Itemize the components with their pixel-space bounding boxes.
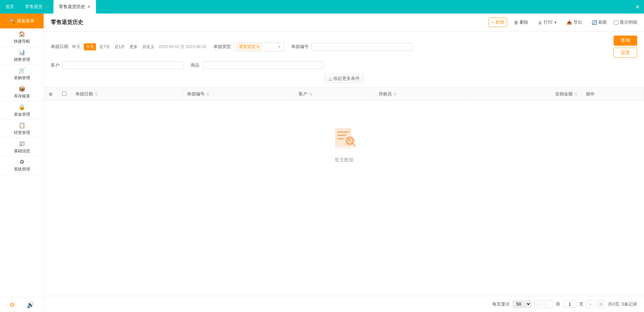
doc-type-select[interactable]: 零售退货 ✕ ▼ <box>234 42 284 51</box>
system-icon: ⚙ <box>20 159 24 165</box>
sidebar-bottom: ⚙ 🔊 <box>0 297 44 312</box>
filter-row-2: 客户 ... 商品 ... <box>51 61 637 69</box>
sort-doc-date-icon: ⇅ <box>95 92 98 96</box>
th-settings[interactable]: ⚙ <box>44 88 57 101</box>
table-settings-icon[interactable]: ⚙ <box>49 92 53 97</box>
date-options: 昨天 今天 近7天 近1月 更多 自定义 <box>71 43 156 50</box>
query-btn-group: 查询 设置 <box>614 36 637 58</box>
sort-guide-icon: ⇅ <box>393 92 397 96</box>
svg-point-8 <box>348 139 350 141</box>
sidebar-item-inventory[interactable]: 📦 库存核算 <box>0 83 44 102</box>
header-actions: + 新增 🗑 删除 🖨 打印 ▼ 📤 导出 🔄 刷新 <box>488 18 637 27</box>
data-table: ⚙ 单据日期 ⇅ 单据编号 ⇅ <box>44 88 644 101</box>
settings-button[interactable]: 设置 <box>614 48 637 58</box>
chevron-down-icon: ▼ <box>278 45 281 49</box>
delete-icon: 🗑 <box>514 20 518 25</box>
tab-retail-return-history[interactable]: 零售退货历史 ✕ <box>53 0 96 14</box>
export-icon: 📤 <box>567 20 572 25</box>
th-check[interactable] <box>57 88 71 101</box>
refresh-button[interactable]: 🔄 刷新 <box>589 18 610 27</box>
page-size-select[interactable]: 50 100 200 <box>512 300 531 308</box>
date-opt-more[interactable]: 更多 <box>128 43 139 50</box>
select-all-checkbox[interactable] <box>62 91 67 96</box>
basic-info-icon: 📰 <box>19 140 25 147</box>
query-button[interactable]: 查询 <box>614 36 637 46</box>
sidebar-item-quick-nav[interactable]: 🏠 快捷导航 <box>0 28 44 47</box>
th-customer[interactable]: 客户 ⇅ <box>294 88 374 101</box>
settings-icon[interactable]: ⚙ <box>9 301 15 309</box>
th-amount[interactable]: 实销金额 ⇅ <box>470 88 581 101</box>
date-opt-1month[interactable]: 近1月 <box>113 43 126 50</box>
doc-type-filter: 单据类型 零售退货 ✕ ▼ <box>213 42 284 51</box>
show-detail-checkbox[interactable] <box>614 20 618 25</box>
tab-retail-return[interactable]: 零售退货 ✕ <box>20 0 53 14</box>
goods-input[interactable]: ... <box>202 61 324 69</box>
next-page-button[interactable]: › <box>586 300 594 308</box>
date-opt-yesterday[interactable]: 昨天 <box>71 43 82 50</box>
page-number-input[interactable] <box>563 300 576 308</box>
customer-input[interactable]: ... <box>62 61 184 69</box>
doc-num-filter: 单据编号 <box>291 43 413 51</box>
collapse-icon: △ <box>329 76 332 81</box>
first-page-button[interactable]: ⟨⟨ <box>534 300 542 308</box>
sales-icon: 📊 <box>19 49 25 55</box>
collapse-button[interactable]: △ 收起更多条件 <box>324 74 364 83</box>
sidebar-search[interactable]: 🔍 搜索菜单 <box>0 14 44 28</box>
filter-area: 单据日期 昨天 今天 近7天 近1月 更多 自定义 2023-06-02 至 2… <box>44 31 644 88</box>
th-guide[interactable]: 导购员 ⇅ <box>374 88 470 101</box>
sidebar: 🔍 搜索菜单 🏠 快捷导航 📊 销售管理 🛒 采购管理 📦 库存核算 🔒 资金管… <box>0 14 44 312</box>
top-bar: 首页 零售退货 ✕ 零售退货历史 ✕ ✕ <box>0 0 644 14</box>
sidebar-item-sales[interactable]: 📊 销售管理 <box>0 47 44 65</box>
audio-icon[interactable]: 🔊 <box>27 301 34 309</box>
th-doc-num[interactable]: 单据编号 ⇅ <box>183 88 294 101</box>
show-detail-label: 显示明细 <box>614 19 637 25</box>
refresh-icon: 🔄 <box>592 20 597 25</box>
th-doc-date[interactable]: 单据日期 ⇅ <box>71 88 183 101</box>
empty-icon <box>329 121 359 152</box>
filter-row-1: 单据日期 昨天 今天 近7天 近1月 更多 自定义 2023-06-02 至 2… <box>51 36 637 58</box>
date-opt-custom[interactable]: 自定义 <box>141 43 156 50</box>
operations-icon: 📋 <box>19 122 25 129</box>
svg-rect-4 <box>337 138 344 139</box>
finance-icon: 🔒 <box>19 104 25 110</box>
svg-rect-3 <box>337 135 347 136</box>
sort-customer-icon: ⇅ <box>309 92 312 96</box>
export-button[interactable]: 📤 导出 <box>564 18 585 27</box>
date-filter: 单据日期 昨天 今天 近7天 近1月 更多 自定义 2023-06-02 至 2… <box>51 43 207 50</box>
print-button[interactable]: 🖨 打印 ▼ <box>535 18 560 27</box>
last-page-button[interactable]: ⟩⟩ <box>597 300 605 308</box>
svg-rect-2 <box>337 131 349 133</box>
sort-amount-icon: ⇅ <box>574 92 577 96</box>
close-tab-retail-return[interactable]: ✕ <box>45 4 48 9</box>
inventory-icon: 📦 <box>19 86 25 92</box>
prev-page-button[interactable]: ‹ <box>545 300 553 308</box>
window-close-button[interactable]: ✕ <box>630 0 644 14</box>
print-icon: 🖨 <box>538 20 542 25</box>
sidebar-item-basic-info[interactable]: 📰 基础信息 <box>0 138 44 156</box>
tag-close-icon[interactable]: ✕ <box>256 44 260 49</box>
doc-num-input[interactable] <box>311 43 413 51</box>
customer-filter: 客户 ... <box>51 61 184 69</box>
empty-text: 暂无数据 <box>335 157 354 163</box>
sidebar-item-purchase[interactable]: 🛒 采购管理 <box>0 65 44 83</box>
purchase-icon: 🛒 <box>19 67 25 74</box>
sidebar-item-system[interactable]: ⚙ 系统管理 <box>0 156 44 175</box>
page-header: 零售退货历史 + 新增 🗑 删除 🖨 打印 ▼ 📤 导出 🔄 <box>44 14 644 31</box>
table-header-row: ⚙ 单据日期 ⇅ 单据编号 ⇅ <box>44 88 644 101</box>
search-icon: 🔍 <box>9 19 15 24</box>
new-button[interactable]: + 新增 <box>488 18 507 27</box>
sidebar-item-finance[interactable]: 🔒 资金管理 <box>0 102 44 120</box>
goods-filter: 商品 ... <box>191 61 324 69</box>
date-opt-today[interactable]: 今天 <box>84 43 96 50</box>
pagination-bar: 每页显示 50 100 200 ⟨⟨ ‹ 第 页 › ⟩⟩ 共0页, 0条记录 <box>44 296 644 312</box>
tab-home[interactable]: 首页 <box>0 0 20 14</box>
date-opt-7days[interactable]: 近7天 <box>98 43 111 50</box>
doc-type-tag: 零售退货 ✕ <box>237 44 262 50</box>
table-container: ⚙ 单据日期 ⇅ 单据编号 ⇅ <box>44 88 644 296</box>
print-dropdown-icon: ▼ <box>554 21 557 24</box>
content-area: 零售退货历史 + 新增 🗑 删除 🖨 打印 ▼ 📤 导出 🔄 <box>44 14 644 312</box>
close-tab-retail-return-history[interactable]: ✕ <box>87 4 91 9</box>
delete-button[interactable]: 🗑 删除 <box>511 18 531 27</box>
home-icon: 🏠 <box>19 31 25 37</box>
sidebar-item-operations[interactable]: 📋 经营管理 <box>0 120 44 138</box>
